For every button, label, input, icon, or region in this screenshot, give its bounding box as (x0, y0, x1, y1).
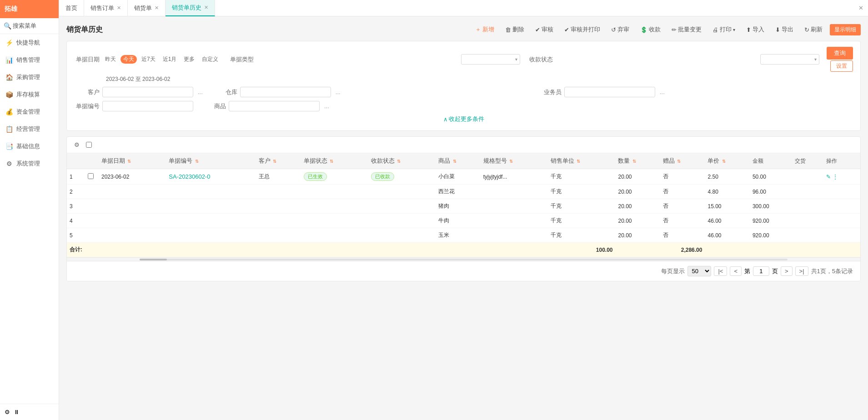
doc-type-select[interactable] (461, 54, 520, 65)
col-unit-sort-icon[interactable]: ⇅ (577, 159, 580, 164)
print-button[interactable]: 🖨 打印 (709, 24, 739, 35)
batch-change-button[interactable]: ✏ 批量变更 (668, 24, 705, 35)
sidebar-item-purchase-mgmt[interactable]: 🏠 采购管理 (0, 69, 59, 86)
refresh-button[interactable]: ↻ 刷新 (801, 24, 826, 35)
col-docstatus-sort-icon[interactable]: ⇅ (330, 159, 333, 164)
tab-sales-delivery-close[interactable]: ✕ (155, 5, 159, 11)
sidebar-item-quick-nav[interactable]: ⚡ 快捷导航 (0, 34, 59, 51)
cell-action (823, 185, 860, 199)
cell-doc-no (166, 199, 256, 214)
table-row: 3 猪肉 千克 20.00 否 15.00 300.00 (67, 199, 860, 214)
edit-action-button[interactable]: ✎ (826, 174, 831, 180)
add-button[interactable]: ＋ 新增 (472, 24, 498, 35)
add-label: 新增 (482, 25, 494, 34)
date-tag-yesterday[interactable]: 昨天 (102, 55, 119, 64)
tab-sales-history-close[interactable]: ✕ (204, 5, 208, 10)
sidebar-item-basic-info[interactable]: 📑 基础信息 (0, 138, 59, 155)
date-tag-7days[interactable]: 近7天 (139, 55, 158, 64)
tab-sales-history[interactable]: 销货单历史 ✕ (166, 0, 215, 16)
col-price-sort-icon[interactable]: ⇅ (722, 159, 726, 164)
date-tag-more[interactable]: 更多 (181, 55, 197, 64)
col-docno-sort-icon[interactable]: ⇅ (195, 159, 199, 164)
col-goods-sort-icon[interactable]: ⇅ (453, 159, 457, 164)
filter-settings-button[interactable]: 设置 (830, 60, 853, 72)
prev-page-button[interactable]: < (730, 266, 742, 276)
doc-no-link[interactable]: SA-20230602-0 (169, 173, 210, 180)
tab-sales-order-close[interactable]: ✕ (117, 5, 121, 11)
sidebar-item-finance[interactable]: 💰 资金管理 (0, 103, 59, 120)
select-all-checkbox[interactable] (86, 142, 92, 148)
cell-action: ✎⋮ (823, 169, 860, 185)
horizontal-scrollbar[interactable] (67, 257, 860, 261)
docno-input[interactable] (102, 101, 193, 111)
audit-button[interactable]: ✔ 审核 (532, 24, 557, 35)
delete-button[interactable]: 🗑 删除 (502, 24, 528, 35)
col-goods-label: 商品 (438, 157, 450, 164)
warehouse-label: 仓库 (212, 88, 237, 96)
delete-icon: 🗑 (505, 26, 511, 33)
date-tag-1month[interactable]: 近1月 (160, 55, 180, 64)
sidebar-item-sales-mgmt[interactable]: 📊 销售管理 (0, 51, 59, 69)
first-page-button[interactable]: |< (714, 266, 727, 276)
col-date-sort-icon[interactable]: ⇅ (127, 159, 131, 164)
salesperson-dots-button[interactable]: ... (658, 89, 667, 95)
page-word-label: 第 (744, 267, 750, 275)
settings-icon[interactable]: ⚙ (5, 409, 10, 415)
page-number-input[interactable] (753, 266, 769, 276)
query-button[interactable]: 查询 (827, 47, 853, 60)
last-page-button[interactable]: >| (795, 266, 808, 276)
search-icon: 🔍 (4, 22, 11, 30)
scrollbar-thumb[interactable] (140, 259, 167, 260)
goods-dots-button[interactable]: ... (322, 103, 331, 110)
pause-icon[interactable]: ⏸ (14, 409, 20, 415)
col-qty-sort-icon[interactable]: ⇅ (632, 159, 636, 164)
warehouse-dots-button[interactable]: ... (334, 89, 342, 95)
sidebar-search-menu[interactable]: 🔍 搜索菜单 (0, 18, 59, 34)
display-detail-button[interactable]: 显示明细 (830, 24, 861, 35)
next-page-button[interactable]: > (781, 266, 793, 276)
cell-unit: 千克 (548, 185, 615, 199)
audit-print-button[interactable]: ✔ 审核并打印 (561, 24, 604, 35)
col-customer-sort-icon[interactable]: ⇅ (273, 159, 276, 164)
col-gift-sort-icon[interactable]: ⇅ (677, 159, 681, 164)
date-tag-custom[interactable]: 自定义 (199, 55, 221, 64)
customer-input[interactable] (102, 87, 193, 97)
col-paystatus-sort-icon[interactable]: ⇅ (397, 159, 401, 164)
sidebar-item-operations[interactable]: 📋 经营管理 (0, 120, 59, 138)
filter-row-1: 单据日期 昨天 今天 近7天 近1月 更多 自定义 单据类型 (74, 47, 853, 72)
receive-button[interactable]: 💲 收款 (637, 24, 664, 35)
abandon-button[interactable]: ↺ 弃审 (607, 24, 633, 35)
tab-sales-order[interactable]: 销售订单 ✕ (84, 0, 128, 16)
pay-status-select[interactable] (760, 54, 819, 65)
pay-status-label: 收款状态 (527, 55, 553, 64)
collapse-filter-button[interactable]: ∧ 收起更多条件 (443, 115, 484, 123)
sidebar-item-inventory[interactable]: 📦 库存核算 (0, 86, 59, 103)
cell-price: 4.80 (705, 185, 749, 199)
total-info: 共1页，5条记录 (811, 267, 853, 275)
warehouse-input[interactable] (240, 87, 331, 97)
cell-unit: 千克 (548, 228, 615, 243)
goods-input[interactable] (229, 101, 320, 111)
col-spec-sort-icon[interactable]: ⇅ (509, 159, 513, 164)
customer-dots-button[interactable]: ... (196, 89, 205, 95)
sidebar-item-sys-mgmt[interactable]: ⚙ 系统管理 (0, 155, 59, 172)
per-page-select[interactable]: 50 100 (687, 266, 711, 276)
import-button[interactable]: ⬆ 导入 (743, 24, 768, 35)
tab-home[interactable]: 首页 (59, 0, 84, 16)
tab-home-label: 首页 (65, 4, 77, 12)
inventory-icon: 📦 (5, 91, 13, 98)
row-checkbox[interactable] (88, 173, 94, 179)
cell-price: 15.00 (705, 199, 749, 214)
table-settings-icon[interactable]: ⚙ (71, 140, 82, 149)
export-button[interactable]: ⬇ 导出 (772, 24, 797, 35)
cell-gift: 否 (660, 228, 705, 243)
cell-date (99, 185, 166, 199)
more-action-button[interactable]: ⋮ (833, 174, 838, 180)
receive-icon: 💲 (640, 26, 647, 33)
salesperson-input[interactable] (564, 87, 655, 97)
tabs-more[interactable]: ✕ (858, 5, 868, 11)
tab-sales-delivery[interactable]: 销货单 ✕ (128, 0, 166, 16)
col-spec-label: 规格型号 (483, 157, 507, 164)
basic-info-icon: 📑 (5, 143, 13, 150)
date-tag-today[interactable]: 今天 (120, 55, 137, 64)
